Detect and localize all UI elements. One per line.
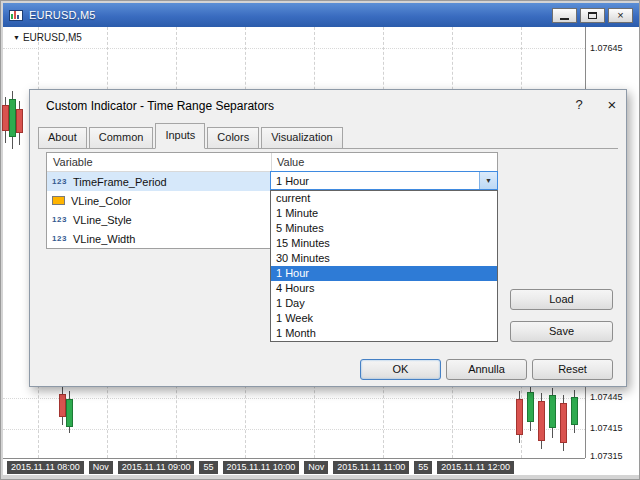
symbol-label: ▼EURUSD,M5 (13, 32, 82, 43)
time-axis-labels: 2015.11.11 08:00 Nov 2015.11.11 09:00 55… (7, 461, 514, 474)
dropdown-option-current[interactable]: current (271, 191, 497, 206)
param-name: VLine_Color (71, 195, 132, 207)
price-label: 1.07445 (590, 392, 623, 402)
dropdown-option-15-minutes[interactable]: 15 Minutes (271, 236, 497, 251)
dropdown-option-30-minutes[interactable]: 30 Minutes (271, 251, 497, 266)
dropdown-option-1-hour[interactable]: 1 Hour (271, 266, 497, 281)
param-name: VLine_Style (73, 214, 132, 226)
price-label: 1.07645 (590, 43, 623, 53)
dropdown-option-1-minute[interactable]: 1 Minute (271, 206, 497, 221)
time-label: Nov (89, 461, 113, 474)
timeframe-combobox[interactable]: 1 Hour ▼ (270, 171, 498, 190)
color-swatch-icon (52, 196, 65, 205)
numeric-123-icon: 123 (52, 215, 66, 224)
custom-indicator-dialog: Custom Indicator - Time Range Separators… (29, 89, 627, 387)
chevron-down-icon[interactable]: ▼ (479, 172, 497, 189)
dropdown-option-1-week[interactable]: 1 Week (271, 311, 497, 326)
mt4-window: EURUSD,M5 × ▼EURUSD,M5 1.07645 (0, 0, 640, 480)
tab-visualization[interactable]: Visualization (261, 127, 343, 148)
tab-colors[interactable]: Colors (207, 127, 259, 148)
time-label: 55 (199, 461, 217, 474)
dropdown-option-5-minutes[interactable]: 5 Minutes (271, 221, 497, 236)
chart-icon (9, 10, 23, 21)
time-label: Nov (304, 461, 328, 474)
reset-button[interactable]: Reset (532, 359, 613, 380)
window-title: EURUSD,M5 (29, 9, 96, 21)
price-label: 1.07415 (590, 423, 623, 433)
save-button[interactable]: Save (510, 321, 613, 342)
combobox-value: 1 Hour (271, 175, 479, 187)
dialog-title: Custom Indicator - Time Range Separators (46, 99, 274, 113)
dropdown-option-1-day[interactable]: 1 Day (271, 296, 497, 311)
time-label: 2015.11.11 12:00 (437, 461, 514, 474)
minimize-icon (560, 18, 569, 20)
param-name: VLine_Width (73, 233, 135, 245)
ok-button[interactable]: OK (360, 359, 441, 380)
dropdown-option-1-month[interactable]: 1 Month (271, 326, 497, 341)
header-variable: Variable (53, 156, 93, 168)
time-axis[interactable] (3, 458, 585, 459)
price-label: 1.07315 (590, 451, 623, 461)
help-button[interactable]: ? (570, 96, 588, 114)
dialog-close-button[interactable]: × (603, 96, 621, 114)
timeframe-dropdown: current 1 Minute 5 Minutes 15 Minutes 30… (270, 190, 498, 342)
time-label: 2015.11.11 11:00 (333, 461, 409, 474)
param-name: TimeFrame_Period (73, 176, 167, 188)
chevron-down-icon: ▼ (13, 34, 20, 41)
time-label: 2015.11.11 08:00 (7, 461, 84, 474)
time-label: 55 (414, 461, 432, 474)
close-button[interactable]: × (608, 8, 633, 23)
time-label: 2015.11.11 10:00 (223, 461, 300, 474)
tab-common[interactable]: Common (89, 127, 154, 148)
table-header: Variable Value (47, 153, 497, 172)
load-button[interactable]: Load (510, 289, 613, 310)
maximize-icon (588, 12, 597, 19)
dialog-titlebar[interactable]: Custom Indicator - Time Range Separators… (30, 90, 626, 120)
tab-about[interactable]: About (38, 127, 87, 148)
maximize-button[interactable] (580, 8, 605, 23)
window-titlebar[interactable]: EURUSD,M5 × (3, 3, 639, 27)
cancel-button[interactable]: Annulla (446, 359, 527, 380)
dropdown-option-4-hours[interactable]: 4 Hours (271, 281, 497, 296)
header-value: Value (277, 156, 304, 168)
numeric-123-icon: 123 (52, 234, 66, 243)
dialog-tabs: About Common Inputs Colors Visualization (38, 126, 618, 149)
time-label: 2015.11.11 09:00 (118, 461, 195, 474)
tab-inputs[interactable]: Inputs (155, 123, 205, 149)
numeric-123-icon: 123 (52, 177, 66, 186)
minimize-button[interactable] (552, 8, 577, 23)
